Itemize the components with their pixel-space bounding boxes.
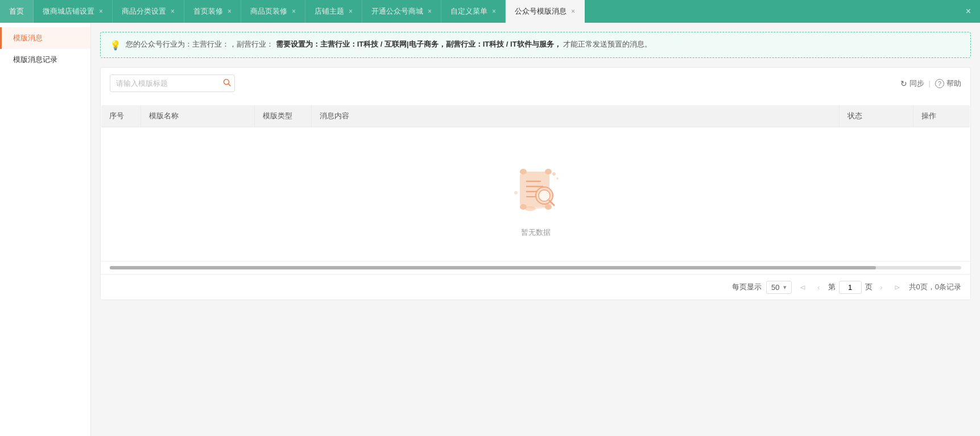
sidebar: 模版消息 模版消息记录 bbox=[0, 23, 91, 436]
sync-button[interactable]: ↻ 同步 bbox=[900, 78, 924, 89]
pagination: 每页显示 50 ▾ ⊲ ‹ 第 页 › bbox=[101, 274, 970, 300]
notice-icon: 💡 bbox=[110, 40, 121, 51]
data-table: 序号 模版名称 模版类型 消息内容 状态 bbox=[101, 105, 970, 261]
tab-open-mall-close[interactable]: × bbox=[428, 7, 432, 15]
pagination-last-button[interactable]: ⊳ bbox=[891, 280, 904, 294]
tab-template-msg-close[interactable]: × bbox=[571, 7, 575, 15]
svg-point-7 bbox=[545, 204, 552, 210]
toolbar-right: ↻ 同步 | ? 帮助 bbox=[900, 78, 961, 89]
tab-product-decoration[interactable]: 商品页装修 × bbox=[241, 0, 305, 23]
pagination-prev-button[interactable]: ‹ bbox=[812, 280, 826, 294]
pagination-first-button[interactable]: ⊲ bbox=[796, 280, 810, 294]
col-operation: 操作 bbox=[913, 105, 970, 127]
page-prefix: 第 bbox=[828, 282, 836, 292]
notice-suffix: 才能正常发送预置的消息。 bbox=[563, 40, 652, 48]
notice-highlight: 需要设置为：主营行业：IT科技 / 互联网|电子商务，副营行业：IT科技 / I… bbox=[276, 40, 561, 48]
page-size-value: 50 bbox=[771, 283, 779, 292]
search-box bbox=[110, 74, 235, 92]
table-body: 暂无数据 bbox=[101, 127, 970, 261]
page-size-label: 每页显示 bbox=[732, 282, 762, 292]
tab-template-msg-label: 公众号模版消息 bbox=[515, 6, 567, 16]
col-template-type: 模版类型 bbox=[255, 105, 312, 127]
tab-bar: 首页 微商城店铺设置 × 商品分类设置 × 首页装修 × 商品页装修 × 店铺主… bbox=[0, 0, 980, 23]
page-suffix: 页 bbox=[865, 282, 873, 292]
pagination-current: 第 页 bbox=[828, 281, 873, 294]
col-index: 序号 bbox=[101, 105, 141, 127]
search-icon bbox=[223, 78, 231, 86]
svg-point-16 bbox=[556, 177, 559, 180]
pagination-total: 共0页，0条记录 bbox=[909, 282, 961, 292]
svg-line-1 bbox=[229, 84, 231, 86]
table-header: 序号 模版名称 模版类型 消息内容 状态 bbox=[101, 105, 970, 127]
col-status: 状态 bbox=[840, 105, 913, 127]
tab-product-decoration-label: 商品页装修 bbox=[250, 6, 287, 16]
scroll-track[interactable] bbox=[110, 266, 961, 269]
empty-illustration bbox=[507, 161, 564, 218]
table-wrapper: ↻ 同步 | ? 帮助 序号 bbox=[100, 67, 971, 300]
notice-text: 您的公众号行业为：主营行业：，副营行业： 需要设置为：主营行业：IT科技 / 互… bbox=[126, 39, 652, 49]
help-icon: ? bbox=[935, 79, 944, 88]
empty-svg bbox=[507, 161, 564, 218]
tab-wsc-settings-close[interactable]: × bbox=[99, 7, 103, 15]
svg-point-15 bbox=[552, 172, 556, 176]
tab-custom-menu[interactable]: 自定义菜单 × bbox=[441, 0, 506, 23]
tab-product-decoration-close[interactable]: × bbox=[292, 7, 296, 15]
tab-custom-menu-close[interactable]: × bbox=[492, 7, 496, 15]
tab-store-theme-close[interactable]: × bbox=[349, 7, 353, 15]
notice-prefix: 您的公众号行业为：主营行业：，副营行业： bbox=[126, 40, 274, 48]
tab-home-label: 首页 bbox=[9, 6, 24, 16]
svg-point-6 bbox=[545, 169, 552, 175]
svg-point-13 bbox=[539, 190, 550, 201]
notice-box: 💡 您的公众号行业为：主营行业：，副营行业： 需要设置为：主营行业：IT科技 /… bbox=[100, 32, 971, 58]
svg-point-4 bbox=[520, 169, 527, 175]
tab-custom-menu-label: 自定义菜单 bbox=[450, 6, 487, 16]
tab-product-category-label: 商品分类设置 bbox=[122, 6, 166, 16]
tab-home-decoration-close[interactable]: × bbox=[228, 7, 231, 15]
tab-bar-close-all[interactable]: × bbox=[957, 6, 980, 16]
tab-product-category[interactable]: 商品分类设置 × bbox=[113, 0, 184, 23]
page-size-select[interactable]: 50 ▾ bbox=[766, 281, 791, 294]
scroll-bar-container[interactable] bbox=[101, 261, 970, 274]
toolbar-divider: | bbox=[929, 79, 931, 88]
page-number-input[interactable] bbox=[839, 281, 862, 294]
tab-template-msg[interactable]: 公众号模版消息 × bbox=[506, 0, 585, 23]
tab-store-theme[interactable]: 店铺主题 × bbox=[305, 0, 362, 23]
col-template-name: 模版名称 bbox=[141, 105, 255, 127]
sidebar-item-template-msg-record[interactable]: 模版消息记录 bbox=[0, 49, 90, 70]
empty-state-row: 暂无数据 bbox=[101, 127, 970, 261]
search-input[interactable] bbox=[110, 76, 217, 91]
sidebar-item-template-msg[interactable]: 模版消息 bbox=[0, 27, 90, 49]
sidebar-item-template-msg-label: 模版消息 bbox=[13, 34, 43, 42]
col-message-content: 消息内容 bbox=[312, 105, 840, 127]
tab-home-decoration[interactable]: 首页装修 × bbox=[184, 0, 241, 23]
search-button[interactable] bbox=[217, 75, 235, 92]
tab-wsc-settings-label: 微商城店铺设置 bbox=[43, 6, 94, 16]
pagination-next-button[interactable]: › bbox=[875, 280, 888, 294]
toolbar: ↻ 同步 | ? 帮助 bbox=[101, 68, 970, 99]
sync-label: 同步 bbox=[909, 78, 924, 89]
tab-wsc-settings[interactable]: 微商城店铺设置 × bbox=[34, 0, 113, 23]
help-label: 帮助 bbox=[946, 78, 961, 89]
sidebar-item-template-msg-record-label: 模版消息记录 bbox=[13, 55, 57, 64]
tab-open-mall-label: 开通公众号商城 bbox=[371, 6, 423, 16]
help-button[interactable]: ? 帮助 bbox=[935, 78, 961, 89]
tab-home-decoration-label: 首页装修 bbox=[193, 6, 223, 16]
tab-open-mall[interactable]: 开通公众号商城 × bbox=[362, 0, 441, 23]
tab-product-category-close[interactable]: × bbox=[171, 7, 175, 15]
empty-state: 暂无数据 bbox=[101, 127, 970, 260]
pagination-nav: ⊲ ‹ 第 页 › ⊳ bbox=[796, 280, 904, 294]
scroll-thumb[interactable] bbox=[110, 266, 876, 269]
page-size-dropdown-icon: ▾ bbox=[783, 284, 787, 291]
tab-home[interactable]: 首页 bbox=[0, 0, 34, 23]
empty-text: 暂无数据 bbox=[101, 227, 970, 238]
sync-icon: ↻ bbox=[900, 79, 907, 88]
svg-point-17 bbox=[514, 191, 518, 194]
svg-point-18 bbox=[524, 206, 536, 211]
main-layout: 模版消息 模版消息记录 💡 您的公众号行业为：主营行业：，副营行业： 需要设置为… bbox=[0, 23, 980, 436]
content-area: 💡 您的公众号行业为：主营行业：，副营行业： 需要设置为：主营行业：IT科技 /… bbox=[91, 23, 980, 436]
tab-store-theme-label: 店铺主题 bbox=[315, 6, 344, 16]
